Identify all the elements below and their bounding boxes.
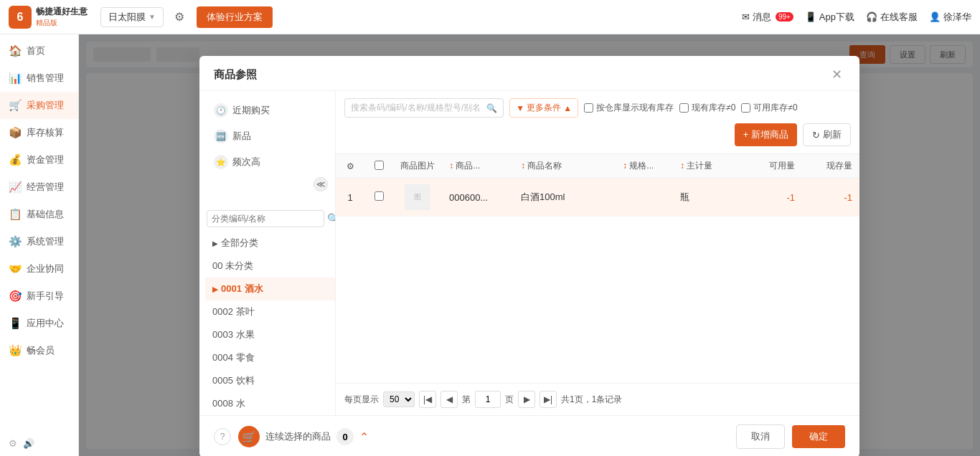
filter-tab-new[interactable]: 🆕 新品: [207, 124, 328, 148]
collapse-footer-icon[interactable]: ⌃: [359, 430, 369, 444]
cat-item-all[interactable]: ▶ 全部分类: [205, 232, 335, 255]
usable-stock-checkbox[interactable]: [741, 103, 750, 113]
product-table-wrap: ⚙ 商品图片: [336, 154, 859, 383]
settings-icon[interactable]: ⚙: [168, 6, 191, 29]
row-img-cell: 图: [393, 179, 442, 217]
sidebar-item-guide[interactable]: 🎯 新手引导: [0, 282, 78, 310]
cat-item-0008[interactable]: 0008 水: [205, 392, 335, 415]
product-search-bar[interactable]: 搜索条码/编码/名称/规格型号/别名 🔍: [344, 98, 504, 118]
modal-close-button[interactable]: ✕: [828, 66, 845, 83]
basic-info-icon: 📋: [9, 208, 22, 221]
gear-icon[interactable]: ⚙: [347, 161, 354, 171]
filter-tab-recent[interactable]: 🕐 近期购买: [207, 98, 328, 123]
row-num: 1: [336, 179, 364, 217]
table-body: 1 图 000600... 白酒100ml: [336, 179, 859, 217]
pagination: 每页显示 50 |◀ ◀ 第 页 ▶ ▶| 共1页，1条记录: [336, 383, 859, 415]
trial-btn[interactable]: 体验行业方案: [197, 6, 273, 28]
store-selector[interactable]: 日太阳膜 ▼: [100, 7, 164, 27]
modal-title: 商品参照: [214, 68, 257, 82]
cat-item-0003[interactable]: 0003 水果: [205, 323, 335, 346]
nav-app-download[interactable]: 📱 App下载: [805, 11, 854, 24]
page-label: 第: [462, 394, 471, 406]
sidebar-item-basic-info[interactable]: 📋 基础信息: [0, 201, 78, 228]
refresh-button[interactable]: ↻ 刷新: [803, 123, 851, 146]
sidebar-item-apps[interactable]: 📱 应用中心: [0, 310, 78, 337]
filter-icon: ▼: [516, 103, 524, 113]
help-icon[interactable]: ?: [214, 428, 231, 445]
has-stock-checkbox[interactable]: [679, 103, 689, 113]
usable-stock-checkbox-label[interactable]: 可用库存≠0: [741, 102, 797, 114]
prev-page-btn[interactable]: ◀: [440, 391, 458, 408]
select-all-checkbox[interactable]: [374, 161, 384, 170]
th-name: ↕ 商品名称: [514, 154, 616, 179]
sidebar-bottom: ⚙ 🔊: [0, 431, 78, 456]
sidebar-item-collaboration[interactable]: 🤝 企业协同: [0, 255, 78, 282]
row-checkbox-cell: [364, 179, 393, 217]
search-placeholder-text: 搜索条码/编码/名称/规格型号/别名: [351, 102, 481, 114]
product-image: 图: [405, 184, 430, 210]
filter-tab-frequent[interactable]: ⭐ 频次高: [207, 150, 328, 174]
cat-item-0001[interactable]: ▶ 0001 酒水: [205, 277, 335, 300]
apps-icon: 📱: [9, 317, 22, 330]
page-input[interactable]: [475, 391, 501, 408]
sidebar-item-member[interactable]: 👑 畅会员: [0, 337, 78, 364]
purchase-icon: 🛒: [9, 99, 22, 112]
add-product-button[interactable]: + 新增商品: [735, 123, 797, 146]
logo-icon: 6: [9, 6, 32, 29]
cancel-button[interactable]: 取消: [736, 424, 785, 449]
modal-overlay: 商品参照 ✕ 🕐 近期购买 🆕: [79, 34, 980, 456]
row-name: 白酒100ml: [514, 179, 616, 217]
sort-icon: ↕: [449, 161, 453, 171]
row-spec: [616, 179, 673, 217]
sidebar-item-purchase[interactable]: 🛒 采购管理: [0, 92, 78, 119]
sidebar-item-home[interactable]: 🏠 首页: [0, 37, 78, 65]
has-stock-checkbox-label[interactable]: 现有库存≠0: [679, 102, 735, 114]
inventory-icon: 📦: [9, 126, 22, 139]
layout: 🏠 首页 📊 销售管理 🛒 采购管理 📦 库存核算 💰 资金管理 📈 经营管理 …: [0, 34, 980, 456]
logo-area: 6 畅捷通好生意 精品版: [9, 6, 95, 29]
nav-messages[interactable]: ✉ 消息 99+: [742, 11, 793, 24]
sidebar-item-system[interactable]: ⚙️ 系统管理: [0, 228, 78, 255]
sidebar-item-inventory[interactable]: 📦 库存核算: [0, 119, 78, 146]
sidebar-item-sales[interactable]: 📊 销售管理: [0, 65, 78, 92]
row-unit: 瓶: [673, 179, 730, 217]
nav-customer-service[interactable]: 🎧 在线客服: [866, 11, 918, 24]
sidebar-item-finance[interactable]: 💰 资金管理: [0, 146, 78, 174]
sidebar-item-operations[interactable]: 📈 经营管理: [0, 174, 78, 201]
by-warehouse-checkbox[interactable]: [584, 103, 593, 113]
filter-panel: 🕐 近期购买 🆕 新品 ⭐ 频次高: [199, 91, 336, 415]
filter-more-btn[interactable]: ▼ 更多条件 ▲: [509, 98, 578, 118]
confirm-button[interactable]: 确定: [792, 425, 845, 448]
collab-icon: 🤝: [9, 262, 22, 275]
next-page-btn[interactable]: ▶: [518, 391, 535, 408]
last-page-btn[interactable]: ▶|: [540, 391, 557, 408]
cat-search-row: 🔍: [199, 206, 335, 232]
cat-search-input[interactable]: [207, 210, 324, 227]
nav-right: ✉ 消息 99+ 📱 App下载 🎧 在线客服 👤 徐泽华: [742, 11, 971, 24]
toolbar-right: + 新增商品 ↻ 刷新: [735, 123, 851, 146]
first-page-btn[interactable]: |◀: [419, 391, 436, 408]
cat-search-icon[interactable]: 🔍: [327, 213, 336, 224]
cat-item-0002[interactable]: 0002 茶叶: [205, 300, 335, 323]
product-lookup-modal: 商品参照 ✕ 🕐 近期购买 🆕: [199, 56, 859, 456]
search-icon[interactable]: 🔍: [486, 103, 497, 113]
cat-item-0005[interactable]: 0005 饮料: [205, 369, 335, 392]
collapse-panel-button[interactable]: ≪: [314, 177, 328, 191]
cat-item-00[interactable]: 00 未分类: [205, 255, 335, 277]
volume-icon[interactable]: 🔊: [23, 438, 34, 449]
guide-icon: 🎯: [9, 290, 22, 303]
table-row[interactable]: 1 图 000600... 白酒100ml: [336, 179, 859, 217]
cat-arrow-all: ▶: [212, 239, 218, 247]
cat-item-0004[interactable]: 0004 零食: [205, 346, 335, 369]
sort-icon3: ↕: [623, 161, 627, 171]
home-icon: 🏠: [9, 44, 22, 57]
th-code: ↕ 商品...: [442, 154, 514, 179]
by-warehouse-checkbox-label[interactable]: 按仓库显示现有库存: [584, 102, 674, 114]
page-size-select[interactable]: 50: [383, 391, 415, 407]
nav-user[interactable]: 👤 徐泽华: [929, 11, 971, 24]
phone-icon: 📱: [805, 11, 816, 22]
th-avail: 可用量: [730, 154, 802, 179]
sort-icon2: ↕: [521, 161, 525, 171]
settings-bottom-icon[interactable]: ⚙: [9, 438, 17, 449]
row-checkbox[interactable]: [374, 191, 384, 201]
